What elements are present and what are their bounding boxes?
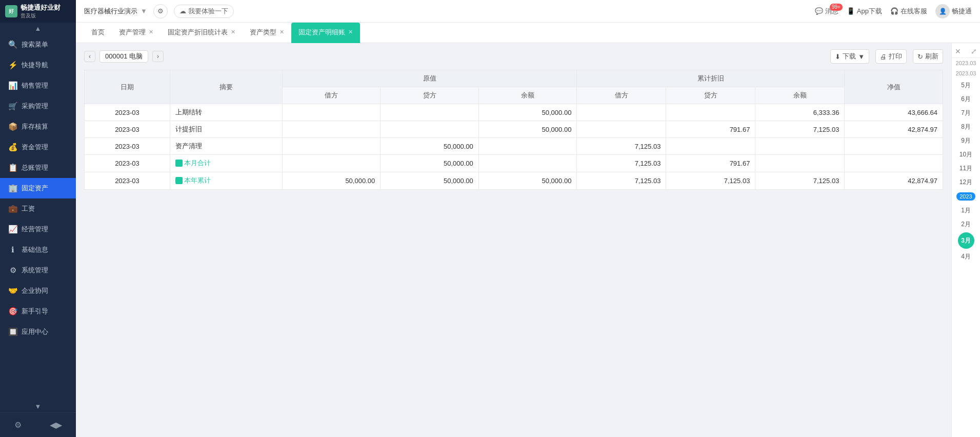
sidebar-item-basic-info[interactable]: ℹ 基础信息	[0, 240, 76, 260]
table-row: 2023-03 计提折旧 50,000.00 791.67 7,125.03 4…	[85, 121, 943, 138]
tab-asset-management[interactable]: 资产管理 ✕	[112, 23, 161, 43]
timeline-month[interactable]: 10月	[952, 148, 980, 162]
download-chevron-icon: ▼	[858, 53, 865, 61]
timeline-month[interactable]: 11月	[952, 162, 980, 175]
sidebar-item-collab[interactable]: 🤝 企业协同	[0, 281, 76, 301]
timeline-year-2023[interactable]: 2023	[956, 192, 975, 201]
settings-footer-btn[interactable]: ⚙	[11, 417, 25, 433]
tab-asset-detail[interactable]: 固定资产明细账 ✕	[291, 23, 360, 43]
sidebar-scroll-down[interactable]: ▼	[0, 401, 76, 412]
timeline-month[interactable]: 12月	[952, 175, 980, 189]
collapse-footer-btn[interactable]: ◀▶	[47, 417, 65, 433]
asset-prev-btn[interactable]: ‹	[84, 51, 95, 62]
tabs-bar: 首页 资产管理 ✕ 固定资产折旧统计表 ✕ 资产类型 ✕ 固定资产明细账 ✕	[76, 23, 980, 43]
tab-depreciation-stat[interactable]: 固定资产折旧统计表 ✕	[161, 23, 243, 43]
sidebar-item-payroll[interactable]: 💼 工资	[0, 198, 76, 219]
sidebar-item-system[interactable]: ⚙ 系统管理	[0, 260, 76, 281]
cell-date: 2023-03	[85, 172, 170, 190]
tab-close-icon[interactable]: ✕	[149, 29, 153, 35]
refresh-btn[interactable]: ↻ 刷新	[913, 49, 943, 64]
user-profile-btn[interactable]: 👤 畅捷通	[935, 4, 972, 18]
sidebar-item-app-center[interactable]: 🔲 应用中心	[0, 322, 76, 342]
company-selector[interactable]: 医疗器械行业演示 ▼	[84, 7, 147, 16]
sidebar-item-label: 销售管理	[22, 81, 48, 90]
tab-close-icon[interactable]: ✕	[279, 29, 284, 35]
search-icon: 🔍	[8, 40, 17, 49]
tab-asset-type-label: 资产类型	[250, 28, 276, 37]
cell-ov-debit	[282, 138, 381, 155]
cell-net-value: 43,666.64	[845, 104, 943, 121]
cell-ad-credit	[666, 104, 755, 121]
message-badge: 99+	[830, 4, 843, 11]
payroll-icon: 💼	[8, 204, 17, 213]
timeline-month[interactable]: 9月	[952, 134, 980, 148]
cell-ad-balance	[755, 138, 845, 155]
tab-close-icon[interactable]: ✕	[231, 29, 235, 35]
timeline-month[interactable]: 7月	[952, 106, 980, 120]
experience-label: 我要体验一下	[188, 7, 228, 16]
timeline-month[interactable]: 3月	[958, 232, 974, 249]
sidebar-item-label: 系统管理	[22, 266, 48, 275]
sidebar-item-finance[interactable]: 💰 资金管理	[0, 137, 76, 157]
timeline-month[interactable]: 5月	[952, 78, 980, 92]
col-accumulated-depreciation: 累计折旧	[577, 70, 845, 87]
cell-summary: 计提折旧	[170, 121, 282, 138]
app-download-btn[interactable]: 📱 App下载	[847, 7, 882, 16]
finance-icon: 💰	[8, 143, 17, 152]
timeline-month[interactable]: 4月	[952, 250, 980, 264]
cell-ad-debit	[577, 121, 666, 138]
sidebar-scroll-up[interactable]: ▲	[0, 23, 76, 34]
sidebar-item-purchase[interactable]: 🛒 采购管理	[0, 96, 76, 116]
panel-close-icon[interactable]: ✕	[955, 47, 961, 55]
cell-net-value: 42,874.97	[845, 172, 943, 190]
cell-ad-debit: 7,125.03	[577, 138, 666, 155]
cell-ov-credit	[381, 104, 479, 121]
sidebar-item-inventory[interactable]: 📦 库存核算	[0, 116, 76, 137]
timeline-month[interactable]: 1月	[952, 204, 980, 217]
col-ad-credit: 贷方	[666, 87, 755, 104]
cell-ad-credit	[666, 138, 755, 155]
topbar-settings-btn[interactable]: ⚙	[153, 4, 168, 18]
asset-next-btn[interactable]: ›	[152, 51, 164, 62]
right-panel-header: ✕ ⤢	[952, 45, 980, 58]
sidebar-item-label: 固定资产	[22, 184, 48, 193]
cell-net-value: 42,874.97	[845, 121, 943, 138]
quicknav-icon: ⚡	[8, 61, 17, 70]
panel-expand-icon[interactable]: ⤢	[971, 47, 977, 55]
app-download-label: App下载	[857, 7, 882, 16]
experience-btn[interactable]: ☁ 我要体验一下	[174, 5, 234, 18]
sidebar-item-label: 总账管理	[22, 163, 48, 172]
sidebar-item-fixed-assets[interactable]: 🏢 固定资产	[0, 178, 76, 198]
company-chevron-icon: ▼	[141, 7, 147, 15]
cell-net-value	[845, 138, 943, 155]
sidebar-item-guide[interactable]: 🎯 新手引导	[0, 301, 76, 322]
cell-ad-balance: 7,125.03	[755, 121, 845, 138]
sidebar-item-quicknav[interactable]: ⚡ 快捷导航	[0, 55, 76, 75]
timeline-year-top1: 2023.03	[952, 58, 980, 68]
cell-ov-debit	[282, 121, 381, 138]
cell-ov-credit: 50,000.00	[381, 138, 479, 155]
timeline-month[interactable]: 6月	[952, 92, 980, 106]
tab-home[interactable]: 首页	[84, 23, 112, 43]
tab-asset-management-label: 资产管理	[119, 28, 146, 37]
timeline-month[interactable]: 2月	[952, 217, 980, 231]
sidebar-item-sales[interactable]: 📊 销售管理	[0, 75, 76, 96]
username: 畅捷通	[952, 7, 972, 16]
customer-service-label: 在线客服	[901, 7, 927, 16]
sidebar-item-ledger[interactable]: 📋 总账管理	[0, 157, 76, 178]
timeline-month[interactable]: 8月	[952, 120, 980, 134]
sidebar-item-search[interactable]: 🔍 搜索菜单	[0, 34, 76, 55]
cell-summary: 上期结转	[170, 104, 282, 121]
customer-service-btn[interactable]: 🎧 在线客服	[890, 7, 927, 16]
cell-ov-credit: 50,000.00	[381, 172, 479, 190]
tab-close-icon[interactable]: ✕	[348, 29, 353, 35]
table-row: 2023-03 资产清理 50,000.00 7,125.03	[85, 138, 943, 155]
print-btn[interactable]: 🖨 打印	[875, 49, 907, 64]
download-btn[interactable]: ⬇ 下载 ▼	[830, 49, 869, 64]
ledger-icon: 📋	[8, 163, 17, 172]
sidebar: 好 畅捷通好业财 普及版 ▲ 🔍 搜索菜单 ⚡ 快捷导航 📊 销售管理 🛒 采购…	[0, 0, 76, 437]
tab-asset-type[interactable]: 资产类型 ✕	[243, 23, 291, 43]
message-btn[interactable]: 💬 消息 99+	[815, 7, 838, 16]
cell-ov-balance: 50,000.00	[478, 104, 577, 121]
sidebar-item-operations[interactable]: 📈 经营管理	[0, 219, 76, 240]
